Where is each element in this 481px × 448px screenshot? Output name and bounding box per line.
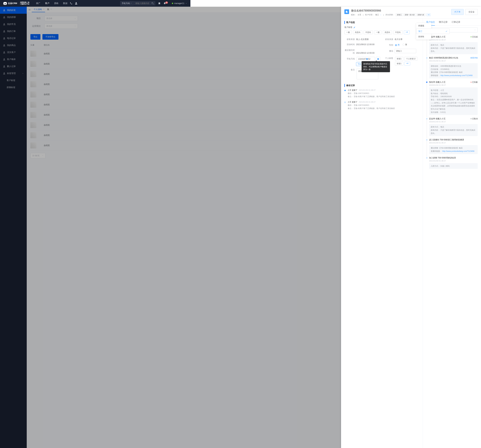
- brand-logo: ☁ 云朵CRM 教育机构一站 式服务云平台: [3, 2, 29, 5]
- brand-sub: 教育机构一站 式服务云平台: [19, 2, 29, 5]
- chevron-down-icon: [185, 2, 187, 4]
- search-icon[interactable]: [151, 2, 154, 5]
- user-icon[interactable]: [75, 2, 77, 5]
- top-nav-item[interactable]: 数据: [63, 2, 68, 5]
- top-nav-item[interactable]: 客户: [45, 2, 49, 5]
- top-nav-item[interactable]: 质检: [54, 2, 59, 5]
- user-menu[interactable]: manager11: [172, 2, 187, 5]
- top-nav-item[interactable]: 推广: [36, 2, 40, 5]
- modal-overlay[interactable]: [0, 7, 190, 177]
- phone-icon[interactable]: [70, 2, 73, 5]
- device-icon[interactable]: [158, 2, 161, 5]
- top-nav: 推广客户质检数据: [36, 2, 68, 5]
- notification-badge: 5: [165, 1, 168, 4]
- brand-text: 云朵CRM: [8, 2, 17, 5]
- chevron-down-icon: [130, 2, 132, 4]
- status-dot-icon: [172, 3, 173, 4]
- search-type-select[interactable]: 手机号码: [120, 1, 134, 6]
